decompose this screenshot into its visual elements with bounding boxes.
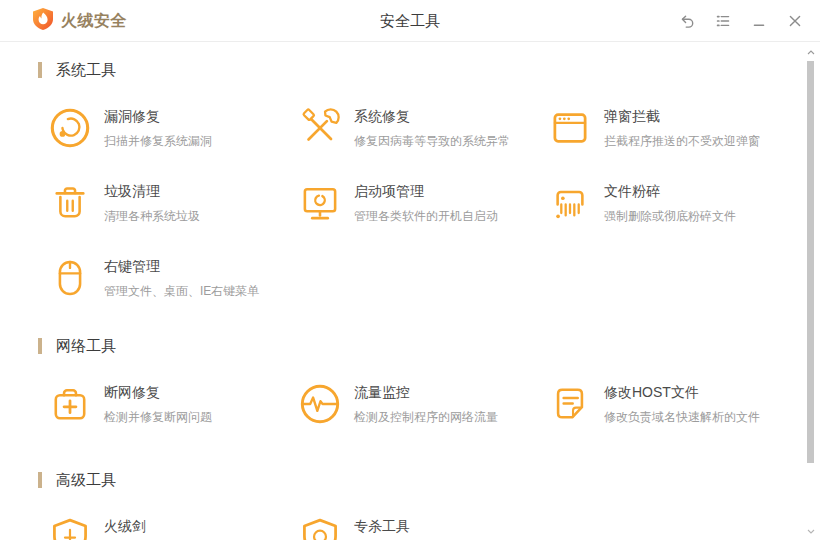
scrollbar-thumb[interactable]	[807, 61, 814, 463]
tool-popup-block[interactable]: 弹窗拦截 拦截程序推送的不受欢迎弹窗	[548, 106, 798, 154]
tool-title: 启动项管理	[354, 183, 498, 201]
tool-desc: 修改负责域名快速解析的文件	[604, 409, 760, 426]
tool-startup-manager[interactable]: 启动项管理 管理各类软件的开机自启动	[298, 181, 548, 229]
popup-block-icon	[548, 106, 592, 150]
tool-desc: 清理各种系统垃圾	[104, 208, 200, 225]
back-button[interactable]	[675, 10, 698, 33]
vulnerability-fix-icon	[48, 106, 92, 150]
titlebar: 火绒安全 安全工具	[0, 0, 820, 42]
system-repair-icon	[298, 106, 342, 150]
tools-panel: 系统工具 漏洞修复 扫描并修复系统漏洞 系统修复 修复因病毒等导致的系统异常 弹…	[0, 43, 820, 540]
tool-desc: 扫描并修复系统漏洞	[104, 133, 212, 150]
app-window: 火绒安全 安全工具	[0, 0, 820, 540]
section-accent-bar	[38, 62, 42, 78]
tool-network-fix[interactable]: 断网修复 检测并修复断网问题	[48, 382, 298, 430]
tool-desc: 检测及控制程序的网络流量	[354, 409, 498, 426]
section-header: 网络工具	[48, 336, 800, 356]
tool-grid: 断网修复 检测并修复断网问题 流量监控 检测及控制程序的网络流量 修改HOST文…	[48, 382, 800, 430]
section-header: 系统工具	[48, 60, 800, 80]
context-menu-icon	[48, 256, 92, 300]
scroll-up-icon[interactable]	[807, 49, 815, 56]
section-title: 系统工具	[56, 61, 116, 80]
section-advanced-tools: 高级工具 火绒剑 专杀工具	[48, 470, 800, 540]
scroll-down-icon[interactable]	[807, 528, 815, 535]
host-file-icon	[548, 382, 592, 426]
file-shredder-icon	[548, 181, 592, 225]
tool-title: 右键管理	[104, 258, 259, 276]
tool-title: 断网修复	[104, 384, 212, 402]
minimize-button[interactable]	[747, 10, 770, 33]
tool-special-kill-tool[interactable]: 专杀工具	[298, 516, 548, 540]
tool-title: 垃圾清理	[104, 183, 200, 201]
tool-desc: 管理各类软件的开机自启动	[354, 208, 498, 225]
tool-desc: 强制删除或彻底粉碎文件	[604, 208, 736, 225]
section-header: 高级工具	[48, 470, 800, 490]
window-controls	[675, 0, 806, 42]
tool-system-repair[interactable]: 系统修复 修复因病毒等导致的系统异常	[298, 106, 548, 154]
tool-desc: 检测并修复断网问题	[104, 409, 212, 426]
tool-context-menu-manager[interactable]: 右键管理 管理文件、桌面、IE右键菜单	[48, 256, 298, 304]
close-button[interactable]	[783, 10, 806, 33]
tool-desc: 管理文件、桌面、IE右键菜单	[104, 283, 259, 300]
tool-huorong-sword[interactable]: 火绒剑	[48, 516, 298, 540]
close-icon	[787, 13, 803, 29]
tool-title: 系统修复	[354, 108, 510, 126]
tool-junk-clean[interactable]: 垃圾清理 清理各种系统垃圾	[48, 181, 298, 229]
tool-title: 漏洞修复	[104, 108, 212, 126]
tool-desc: 拦截程序推送的不受欢迎弹窗	[604, 133, 760, 150]
tool-title: 修改HOST文件	[604, 384, 760, 402]
tool-title: 弹窗拦截	[604, 108, 760, 126]
tool-host-file-edit[interactable]: 修改HOST文件 修改负责域名快速解析的文件	[548, 382, 798, 430]
tool-title: 专杀工具	[354, 518, 410, 536]
back-arrow-icon	[679, 13, 695, 29]
section-title: 网络工具	[56, 337, 116, 356]
tool-vulnerability-fix[interactable]: 漏洞修复 扫描并修复系统漏洞	[48, 106, 298, 154]
tool-title: 文件粉碎	[604, 183, 736, 201]
tool-grid: 火绒剑 专杀工具	[48, 516, 800, 540]
menu-button[interactable]	[711, 10, 734, 33]
minimize-icon	[751, 13, 767, 29]
traffic-monitor-icon	[298, 382, 342, 426]
tool-title: 火绒剑	[104, 518, 146, 536]
scrollbar[interactable]	[807, 43, 815, 540]
special-kill-icon	[298, 516, 342, 540]
section-system-tools: 系统工具 漏洞修复 扫描并修复系统漏洞 系统修复 修复因病毒等导致的系统异常 弹…	[48, 60, 800, 304]
section-title: 高级工具	[56, 471, 116, 490]
section-accent-bar	[38, 338, 42, 354]
list-menu-icon	[715, 13, 731, 29]
section-accent-bar	[38, 472, 42, 488]
tool-traffic-monitor[interactable]: 流量监控 检测及控制程序的网络流量	[298, 382, 548, 430]
tool-file-shredder[interactable]: 文件粉碎 强制删除或彻底粉碎文件	[548, 181, 798, 229]
junk-clean-icon	[48, 181, 92, 225]
tool-grid: 漏洞修复 扫描并修复系统漏洞 系统修复 修复因病毒等导致的系统异常 弹窗拦截 拦…	[48, 106, 800, 304]
startup-manager-icon	[298, 181, 342, 225]
section-network-tools: 网络工具 断网修复 检测并修复断网问题 流量监控 检测及控制程序的网络流量 修改…	[48, 336, 800, 430]
huorong-sword-icon	[48, 516, 92, 540]
tool-desc: 修复因病毒等导致的系统异常	[354, 133, 510, 150]
tool-title: 流量监控	[354, 384, 498, 402]
network-fix-icon	[48, 382, 92, 426]
